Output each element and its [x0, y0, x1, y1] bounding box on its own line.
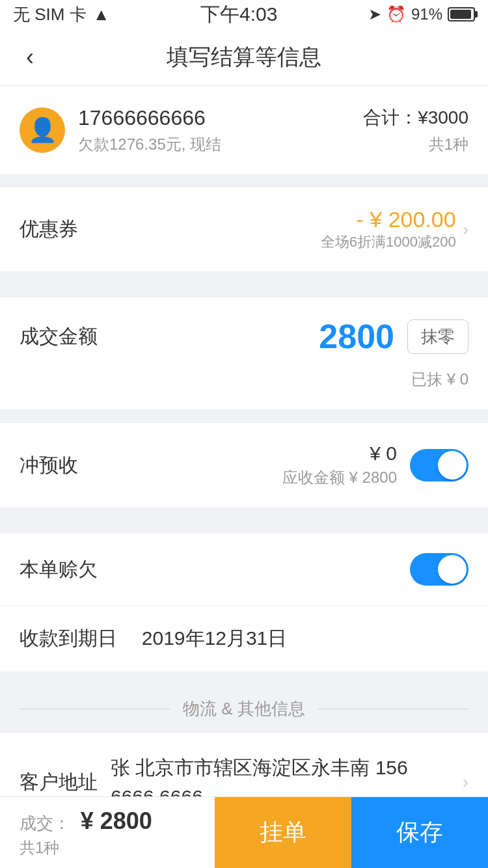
bottom-info: 成交： ¥ 2800 共1种: [0, 807, 215, 858]
round-button[interactable]: 抹零: [407, 319, 468, 354]
logistics-label: 物流 & 其他信息: [183, 698, 305, 720]
coupon-desc: 全场6折满1000减200: [321, 232, 456, 252]
coupon-section[interactable]: 优惠券 - ¥ 200.00 全场6折满1000减200 ›: [0, 187, 488, 271]
bottom-deal: 成交： ¥ 2800: [20, 807, 195, 835]
wifi-icon: ▲: [93, 5, 110, 25]
deal-amount-row: 成交金额 2800 抹零: [20, 317, 468, 356]
bottom-bar: 成交： ¥ 2800 共1种 挂单 保存: [0, 796, 488, 868]
coupon-info: - ¥ 200.00 全场6折满1000减200: [321, 207, 456, 252]
customer-right: 合计：¥3000 共1种: [363, 105, 468, 155]
prepay-toggle[interactable]: [410, 449, 468, 481]
bottom-count: 共1种: [20, 837, 195, 858]
avatar-icon: 👤: [28, 116, 57, 144]
order-debt-label: 本单赊欠: [20, 556, 98, 583]
order-debt-section: 本单赊欠 收款到期日 2019年12月31日: [0, 534, 488, 671]
divider-line-left: [20, 709, 170, 709]
carrier-label: 无 SIM 卡: [13, 3, 87, 26]
customer-phone: 17666666666: [78, 106, 221, 130]
separator-2: [0, 521, 488, 534]
back-button[interactable]: ‹: [20, 37, 40, 77]
address-chevron-icon: ›: [463, 772, 468, 793]
customer-left: 👤 17666666666 欠款1276.35元, 现结: [20, 106, 221, 155]
order-debt-toggle[interactable]: [410, 553, 468, 586]
duedate-label: 收款到期日: [20, 627, 117, 649]
deal-amount-section: 成交金额 2800 抹零 已抹 ¥ 0: [0, 297, 488, 409]
deal-right: 2800 抹零: [319, 317, 468, 356]
customer-debt: 欠款1276.35元, 现结: [78, 134, 221, 155]
order-debt-knob: [438, 555, 467, 584]
status-left: 无 SIM 卡 ▲: [13, 3, 109, 26]
divider-line-right: [318, 709, 468, 709]
deal-label: 成交金额: [20, 323, 98, 350]
prepay-sub: 应收金额 ¥ 2800: [282, 467, 397, 488]
save-button[interactable]: 保存: [351, 797, 488, 869]
total-label: 合计：¥3000: [363, 105, 468, 130]
prepay-values: ¥ 0 应收金额 ¥ 2800: [282, 442, 397, 488]
page-title: 填写结算等信息: [167, 42, 321, 72]
deal-sub: 已抹 ¥ 0: [20, 369, 468, 390]
bottom-deal-amount: ¥ 2800: [81, 807, 152, 834]
battery-icon: [448, 7, 475, 21]
prepay-section: 冲预收 ¥ 0 应收金额 ¥ 2800: [0, 422, 488, 508]
status-bar: 无 SIM 卡 ▲ 下午4:03 ➤ ⏰ 91%: [0, 0, 488, 29]
chevron-right-icon: ›: [463, 219, 468, 240]
coupon-amount: - ¥ 200.00: [321, 207, 456, 232]
prepay-row: 冲预收 ¥ 0 应收金额 ¥ 2800: [0, 423, 488, 508]
order-debt-row: 本单赊欠: [0, 534, 488, 605]
logistics-divider: 物流 & 其他信息: [0, 685, 488, 733]
coupon-right: - ¥ 200.00 全场6折满1000减200 ›: [321, 207, 468, 252]
status-time: 下午4:03: [200, 1, 277, 28]
prepay-label: 冲预收: [20, 452, 78, 479]
coupon-label: 优惠券: [20, 216, 78, 243]
coupon-row[interactable]: 优惠券 - ¥ 200.00 全场6折满1000减200 ›: [0, 187, 488, 271]
total-count: 共1种: [363, 134, 468, 155]
prepay-right: ¥ 0 应收金额 ¥ 2800: [282, 442, 468, 488]
duedate-value: 2019年12月31日: [142, 627, 287, 649]
main-content: 👤 17666666666 欠款1276.35元, 现结 合计：¥3000 共1…: [0, 86, 488, 868]
address-label: 客户地址: [20, 769, 98, 796]
status-right: ➤ ⏰ 91%: [368, 5, 475, 23]
toggle-knob: [438, 451, 467, 480]
duedate-row: 收款到期日 2019年12月31日: [0, 605, 488, 671]
customer-info: 17666666666 欠款1276.35元, 现结: [78, 106, 221, 155]
customer-card: 👤 17666666666 欠款1276.35元, 现结 合计：¥3000 共1…: [0, 86, 488, 174]
suspend-button[interactable]: 挂单: [215, 797, 351, 869]
deal-value: 2800: [319, 317, 394, 356]
location-icon: ➤: [368, 5, 381, 23]
nav-bar: ‹ 填写结算等信息: [0, 29, 488, 86]
battery-percent: 91%: [411, 5, 442, 23]
alarm-icon: ⏰: [386, 5, 406, 23]
bottom-deal-label: 成交：: [20, 813, 70, 833]
prepay-amount: ¥ 0: [282, 442, 397, 465]
avatar: 👤: [20, 107, 65, 153]
separator-1: [0, 284, 488, 297]
